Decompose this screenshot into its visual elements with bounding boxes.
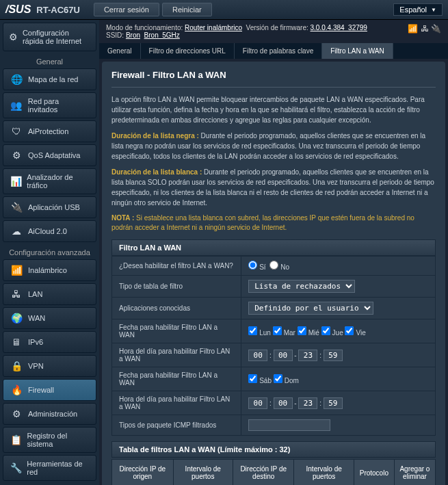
nav-icon: 🔧 (9, 462, 23, 474)
col-header: Dirección IP de destino (233, 460, 294, 486)
sidebar-section-general: General (3, 53, 96, 68)
sidebar-item-3[interactable]: ⚙QoS Adaptativa (3, 144, 96, 166)
reboot-button[interactable]: Reiniciar (162, 3, 212, 16)
nav-icon: 🔥 (9, 384, 24, 396)
sidebar-quick-setup[interactable]: ⚙ Configuración rápida de Internet (3, 23, 96, 51)
apps-label: Aplicaciones conocidas (112, 298, 241, 319)
brand-logo: /SUS (5, 3, 31, 16)
sidebar-item-label: VPN (28, 362, 44, 370)
sidebar-item-label: AiProtection (28, 127, 68, 135)
sidebar-item-label: Firewall (28, 386, 54, 394)
note: NOTA : Si establece una lista blanca con… (111, 213, 436, 233)
filter-table-header: Tabla de filtros LAN a WAN (Límite máxim… (111, 441, 436, 458)
sidebar-adv-6[interactable]: ⚙Administración (3, 403, 96, 425)
sidebar-adv-8[interactable]: 🔧Herramientas de red (3, 455, 96, 481)
description: La opción filtro LAN a WAN permite bloqu… (111, 94, 436, 125)
sidebar-adv-3[interactable]: 🖥IPv6 (3, 331, 96, 353)
fw-link[interactable]: 3.0.0.4.384_32799 (311, 24, 367, 31)
info-bar: Modo de funcionamiento: Router inalámbri… (99, 20, 448, 43)
sidebar-item-label: WAN (28, 314, 45, 322)
hour-end[interactable] (298, 397, 317, 409)
logout-button[interactable]: Cerrar sesión (94, 3, 159, 16)
sidebar-item-4[interactable]: 📊Analizador de tráfico (3, 168, 96, 194)
day-checkbox[interactable]: Jue (321, 329, 343, 337)
day-checkbox[interactable]: Mar (273, 329, 295, 337)
form-section-header: Filtro LAN a WAN (111, 239, 436, 256)
tab-3[interactable]: Filtro LAN a WAN (322, 43, 393, 59)
settings-table: ¿Desea habilitar el filtro LAN a WAN? Sí… (111, 256, 436, 436)
col-header: Protocolo (354, 460, 394, 486)
icmp-input[interactable] (248, 419, 330, 431)
type-label: Tipo de tabla de filtro (112, 276, 241, 298)
nav-icon: 🖧 (9, 288, 24, 300)
sidebar-item-6[interactable]: ☁AiCloud 2.0 (3, 220, 96, 242)
enable-yes[interactable]: Sí (248, 263, 265, 271)
sidebar-item-0[interactable]: 🌐Mapa de la red (3, 68, 96, 90)
known-apps-select[interactable]: Definido por el usuario (248, 302, 373, 315)
enable-no[interactable]: No (269, 263, 289, 271)
sidebar-item-label: Inalámbrico (28, 266, 67, 274)
tab-2[interactable]: Filtro de palabras clave (235, 43, 322, 59)
ssid1-link[interactable]: Bron (126, 31, 140, 39)
icmp-label: Tipos de paquete ICMP filtrados (112, 415, 241, 436)
model-name: RT-AC67U (36, 5, 80, 15)
min-end[interactable] (324, 397, 343, 409)
enable-label: ¿Desea habilitar el filtro LAN a WAN? (112, 257, 241, 276)
sidebar-item-label: AiCloud 2.0 (28, 227, 67, 235)
hour-start[interactable] (248, 350, 267, 361)
tab-1[interactable]: Filtro de direcciones URL (141, 43, 235, 59)
tab-0[interactable]: General (99, 43, 141, 59)
nav-icon: 🔌 (9, 201, 24, 213)
sidebar-adv-4[interactable]: 🔒VPN (3, 355, 96, 377)
day-checkbox[interactable]: Mié (298, 329, 319, 337)
sidebar-adv-5[interactable]: 🔥Firewall (3, 379, 96, 401)
sidebar-adv-7[interactable]: 📋Registro del sistema (3, 427, 96, 453)
filter-type-select[interactable]: Lista de rechazados (248, 280, 355, 293)
sidebar-item-label: IPv6 (28, 338, 43, 346)
col-header: Intervalo de puertos (173, 460, 233, 486)
blacklist-desc: Duración de la lista negra : Durante el … (111, 131, 436, 161)
sidebar-item-1[interactable]: 👥Red para invitados (3, 92, 96, 118)
nav-icon: 👥 (9, 99, 24, 112)
day-checkbox[interactable]: Dom (274, 377, 299, 384)
mode-link[interactable]: Router inalámbrico (185, 24, 242, 31)
nav-icon: 🔒 (9, 360, 24, 372)
hour-end[interactable] (298, 350, 317, 361)
date1-label: Fecha para habilitar Filtro LAN a WAN (112, 319, 241, 343)
sidebar-item-label: Analizador de tráfico (27, 173, 90, 189)
gear-icon: ⚙ (9, 31, 18, 43)
hour-start[interactable] (248, 397, 267, 409)
time1-label: Hora del día para habilitar Filtro LAN a… (112, 343, 241, 367)
min-start[interactable] (274, 350, 293, 361)
time2-label: Hora del día para habilitar Filtro LAN a… (112, 391, 241, 415)
header: /SUS RT-AC67U Cerrar sesión Reiniciar Es… (0, 0, 448, 20)
sidebar-item-label: Red para invitados (28, 97, 90, 114)
ssid2-link[interactable]: Bron_5GHz (144, 31, 180, 39)
main-content: Modo de funcionamiento: Router inalámbri… (99, 20, 448, 485)
day-checkbox[interactable]: Sáb (248, 377, 272, 384)
day-checkbox[interactable]: Lun (248, 329, 271, 337)
sidebar-section-advanced: Configuración avanzada (3, 244, 96, 259)
language-selector[interactable]: Español ▼ (393, 3, 443, 16)
nav-icon: 📶 (9, 264, 24, 276)
tab-bar: GeneralFiltro de direcciones URLFiltro d… (99, 43, 448, 59)
sidebar-item-label: Configuración rápida de Internet (23, 29, 90, 45)
day-checkbox[interactable]: Vie (345, 329, 365, 337)
nav-icon: 📊 (9, 175, 23, 187)
sidebar-adv-0[interactable]: 📶Inalámbrico (3, 259, 96, 281)
sidebar-item-label: Registro del sistema (27, 432, 90, 448)
min-start[interactable] (274, 397, 293, 409)
sidebar-item-5[interactable]: 🔌Aplicación USB (3, 196, 96, 218)
nav-icon: 📋 (9, 434, 23, 446)
mode-label: Modo de funcionamiento: (106, 24, 183, 31)
col-header: Dirección IP de origen (112, 460, 174, 486)
date2-label: Fecha para habilitar Filtro LAN a WAN (112, 367, 241, 391)
sidebar-item-2[interactable]: 🛡AiProtection (3, 120, 96, 142)
sidebar-adv-2[interactable]: 🌍WAN (3, 307, 96, 329)
whitelist-desc: Duración de la lista blanca : Durante el… (111, 167, 436, 208)
nav-icon: ⚙ (9, 408, 24, 420)
chevron-down-icon: ▼ (431, 7, 436, 13)
min-end[interactable] (324, 350, 343, 361)
filter-table: Dirección IP de origenIntervalo de puert… (111, 459, 436, 485)
sidebar-adv-1[interactable]: 🖧LAN (3, 283, 96, 305)
